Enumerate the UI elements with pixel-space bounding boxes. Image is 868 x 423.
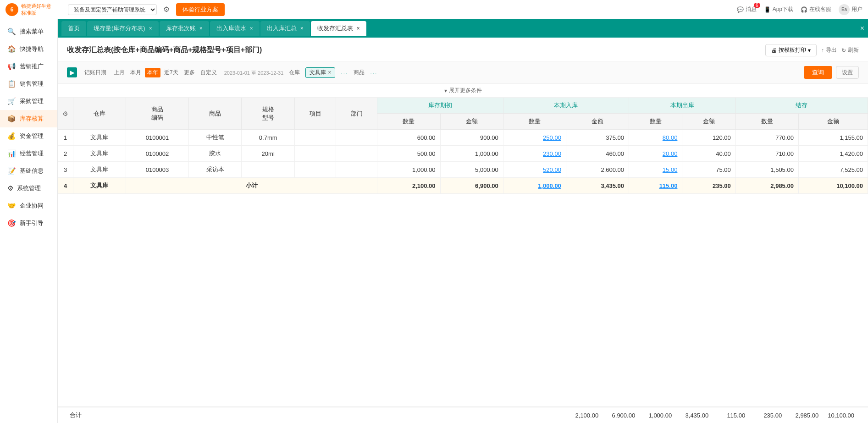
tab-close-in-out-flow[interactable]: × [250, 26, 253, 31]
filter-toggle-button[interactable]: ▶ [67, 67, 77, 77]
col-in-qty: 数量 [503, 114, 566, 130]
col-project: 项目 [295, 98, 336, 130]
expand-row: ▾ 展开更多条件 [58, 84, 868, 98]
row-goods-name: 中性笔 [189, 130, 242, 146]
row-out-qty[interactable]: 15.00 [629, 162, 682, 178]
tab-bar-close[interactable]: × [860, 24, 864, 33]
sidebar-item-quick-nav[interactable]: 🏠 快捷导航 [0, 40, 57, 58]
sidebar-item-basic-info[interactable]: 📝 基础信息 [0, 162, 57, 180]
row-in-amt: 2,600.00 [566, 162, 629, 178]
page-header: 收发存汇总表(按仓库+商品编码+商品+规格型号+项目+部门) 🖨 按模板打印 ▾… [58, 38, 868, 61]
warehouse-filter-tag[interactable]: 文具库 × [305, 67, 335, 78]
row-in-qty[interactable]: 250.00 [503, 130, 566, 146]
sidebar-item-enterprise[interactable]: 🤝 企业协同 [0, 197, 57, 214]
message-item[interactable]: 💬 消息 6 [737, 5, 757, 13]
sidebar-item-marketing[interactable]: 📢 营销推广 [0, 58, 57, 75]
chevron-down-icon: ▾ [808, 47, 811, 54]
inventory-icon: 📦 [7, 115, 16, 123]
date-btn-custom[interactable]: 自定义 [199, 68, 219, 77]
date-btn-prev-month[interactable]: 上月 [112, 68, 127, 77]
refresh-button[interactable]: ↻ 刷新 [841, 46, 859, 54]
date-btn-more[interactable]: 更多 [182, 68, 197, 77]
sidebar-item-sales[interactable]: 📋 销售管理 [0, 75, 57, 93]
row-in-amt: 375.00 [566, 130, 629, 146]
sidebar-item-label: 企业协同 [20, 202, 44, 210]
subtotal-closing-amt: 10,100.00 [798, 178, 868, 194]
sidebar-item-label: 库存核算 [20, 115, 44, 123]
table-row: 2 文具库 0100002 胶水 20ml 500.00 1,000.00 23… [58, 146, 868, 162]
sidebar-item-label: 采购管理 [20, 97, 44, 105]
goods-more-dots[interactable]: ... [370, 69, 377, 76]
gear-button[interactable]: ⚙ [161, 3, 171, 16]
sidebar-item-operations[interactable]: 📊 经营管理 [0, 145, 57, 162]
tab-inventory-dist[interactable]: 现存量(库存分布表) × [87, 21, 159, 36]
tab-close-batch-account[interactable]: × [199, 26, 203, 31]
sidebar-item-newbie[interactable]: 🎯 新手引导 [0, 214, 57, 232]
query-button[interactable]: 查询 [804, 66, 832, 79]
online-service-item[interactable]: 🎧 在线客服 [801, 5, 831, 13]
row-out-qty[interactable]: 80.00 [629, 130, 682, 146]
tab-close-recv-send-summary[interactable]: × [357, 26, 360, 31]
subtotal-index: 4 [58, 178, 73, 194]
filter-settings-button[interactable]: 设置 [836, 66, 859, 79]
trial-button[interactable]: 体验行业方案 [176, 3, 225, 16]
warehouse-tag-close[interactable]: × [328, 69, 331, 76]
sidebar-item-label: 经营管理 [20, 149, 44, 158]
row-closing-amt: 1,155.00 [798, 130, 868, 146]
row-opening-amt: 900.00 [440, 130, 503, 146]
sidebar-item-purchase[interactable]: 🛒 采购管理 [0, 93, 57, 110]
date-shortcuts: 上月 本月 本年 近7天 更多 自定义 [112, 68, 219, 77]
app-download-item[interactable]: 📱 App下载 [764, 5, 793, 13]
col-goods-spec: 规格型号 [242, 98, 295, 130]
tab-recv-send-summary[interactable]: 收发存汇总表 × [311, 21, 366, 36]
table-settings-icon[interactable]: ⚙ [62, 110, 68, 117]
tab-home[interactable]: 首页 [61, 21, 86, 36]
row-in-qty[interactable]: 230.00 [503, 146, 566, 162]
print-template-button[interactable]: 🖨 按模板打印 ▾ [765, 44, 817, 56]
enterprise-icon: 🤝 [7, 202, 16, 210]
operations-icon: 📊 [7, 149, 16, 158]
system-selector[interactable]: 装备及固定资产辅助管理系统 [68, 4, 157, 15]
row-goods-spec [242, 162, 295, 178]
footer-label: 合计 [62, 411, 109, 419]
tab-batch-account[interactable]: 库存批次账 × [160, 21, 209, 36]
row-out-qty[interactable]: 20.00 [629, 146, 682, 162]
tab-close-inventory-dist[interactable]: × [149, 26, 152, 31]
footer-out-amt: 235.00 [750, 412, 786, 419]
sidebar-item-system[interactable]: ⚙ 系统管理 [0, 180, 57, 197]
export-icon: ↑ [821, 47, 824, 54]
row-closing-qty: 770.00 [735, 130, 798, 146]
row-goods-spec: 20ml [242, 146, 295, 162]
footer-opening-qty: 2,100.00 [566, 412, 603, 419]
expand-more-button[interactable]: ▾ 展开更多条件 [444, 87, 482, 94]
row-goods-spec: 0.7mm [242, 130, 295, 146]
subtotal-in-qty[interactable]: 1,000.00 [503, 178, 566, 194]
purchase-icon: 🛒 [7, 97, 16, 105]
row-goods-code: 0100001 [126, 130, 188, 146]
subtotal-out-qty[interactable]: 115.00 [629, 178, 682, 194]
table-row: 3 文具库 0100003 采访本 1,000.00 5,000.00 520.… [58, 162, 868, 178]
app-download-icon: 📱 [764, 6, 771, 13]
date-btn-7days[interactable]: 近7天 [162, 68, 180, 77]
footer-closing-qty: 2,985.00 [786, 412, 823, 419]
row-in-qty[interactable]: 520.00 [503, 162, 566, 178]
tab-in-out-flow[interactable]: 出入库流水 × [210, 21, 260, 36]
date-btn-this-year[interactable]: 本年 [145, 68, 160, 77]
date-btn-this-month[interactable]: 本月 [128, 68, 143, 77]
row-goods-code: 0100003 [126, 162, 188, 178]
row-opening-amt: 1,000.00 [440, 146, 503, 162]
tab-close-in-out-summary[interactable]: × [300, 26, 304, 31]
export-button[interactable]: ↑ 导出 [821, 46, 837, 54]
sidebar-item-inventory[interactable]: 📦 库存核算 [0, 110, 57, 127]
table-container: ⚙ 仓库 商品编码 商品 规格型号 项目 部门 库存期初 本期入库 本期出库 结… [58, 98, 868, 221]
message-icon: 💬 [737, 6, 744, 13]
sidebar-item-finance[interactable]: 💰 资金管理 [0, 127, 57, 145]
basic-info-icon: 📝 [7, 167, 16, 175]
search-icon: 🔍 [7, 27, 16, 36]
sidebar-item-search[interactable]: 🔍 搜索菜单 [0, 23, 57, 40]
warehouse-more-dots[interactable]: ... [341, 69, 348, 76]
user-item[interactable]: Ea 用户 [839, 4, 862, 15]
row-opening-amt: 5,000.00 [440, 162, 503, 178]
col-opening-amt: 金额 [440, 114, 503, 130]
tab-in-out-summary[interactable]: 出入库汇总 × [260, 21, 310, 36]
